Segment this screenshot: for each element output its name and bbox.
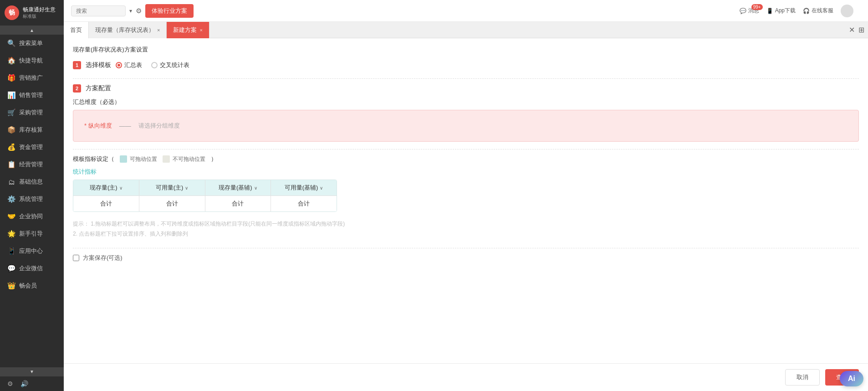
dimension-dash: —— [119, 123, 131, 129]
tab-panel-expand-icon[interactable]: ⊞ [858, 26, 864, 34]
stats-data-cell-0: 合计 [73, 196, 139, 211]
sidebar-item-purchase[interactable]: 🛒 采购管理 [0, 104, 64, 121]
sidebar-item-wechat[interactable]: 💬 企业微信 [0, 260, 64, 277]
tab-new-plan-label: 新建方案 [173, 26, 197, 34]
sidebar-item-label: 应用中心 [19, 247, 43, 255]
tab-new-plan-close[interactable]: × [199, 27, 202, 33]
sidebar-item-new-guide[interactable]: 🌟 新手引导 [0, 225, 64, 242]
draggable-legend-text: 可拖动位置 [130, 155, 157, 163]
sidebar-item-label: 企业协同 [19, 212, 43, 221]
stats-data-cell-2: 合计 [205, 196, 271, 211]
radio-summary-label: 汇总表 [124, 61, 142, 69]
sidebar-item-quick-nav[interactable]: 🏠 快捷导航 [0, 52, 64, 69]
radio-cross-label: 交叉统计表 [160, 61, 189, 69]
online-service-button[interactable]: 🎧 在线客服 [803, 7, 833, 15]
stats-header-label-1: 可用量(主) [156, 184, 184, 192]
app-download-button[interactable]: 📱 App下载 [766, 7, 796, 15]
sidebar-item-label: 经营管理 [19, 160, 43, 169]
ai-float-button[interactable]: Ai [840, 371, 863, 386]
sidebar-item-label: 畅会员 [19, 282, 37, 290]
message-button[interactable]: 💬 消息 99+ [740, 7, 759, 15]
page-title: 现存量(库存状况表)方案设置 [73, 46, 859, 54]
search-input[interactable] [71, 5, 126, 16]
sidebar-item-sales[interactable]: 📊 销售管理 [0, 87, 64, 104]
section1-title: 选择模板 [86, 61, 111, 69]
fixed-legend-text: 不可拖动位置 [173, 155, 205, 163]
dropdown-button[interactable]: ▾ [129, 8, 132, 14]
sidebar: 畅 畅康通好生意 标准版 ▲ 🔍 搜索菜单 🏠 快捷导航 🎁 营销推广 📊 销售… [0, 0, 64, 391]
sidebar-item-inventory[interactable]: 📦 库存核算 [0, 121, 64, 139]
sidebar-item-basic-info[interactable]: 🗂 基础信息 [0, 173, 64, 190]
section2-header: 2 方案配置 [73, 84, 859, 93]
sidebar-scroll-down[interactable]: ▼ [0, 367, 64, 376]
sidebar-nav: 🔍 搜索菜单 🏠 快捷导航 🎁 营销推广 📊 销售管理 🛒 采购管理 📦 库存核… [0, 35, 64, 367]
system-icon: ⚙️ [7, 195, 15, 203]
tab-home-label: 首页 [70, 26, 82, 34]
stats-table: 现存量(主) ∨ 可用量(主) ∨ 现存量(基辅) ∨ 可用量(基辅) [73, 180, 337, 212]
sidebar-item-app-center[interactable]: 📱 应用中心 [0, 242, 64, 260]
stats-header-label-2: 现存量(基辅) [219, 184, 252, 192]
sidebar-item-label: 快捷导航 [19, 57, 43, 65]
footer-bar: 取消 查询 [64, 363, 868, 391]
main-area: ▾ ⚙ 体验行业方案 💬 消息 99+ 📱 App下载 🎧 在线客服 首页 [64, 0, 868, 391]
logo-subtitle: 标准版 [23, 13, 56, 20]
stats-header-cell-2[interactable]: 现存量(基辅) ∨ [205, 180, 271, 196]
sidebar-item-operation[interactable]: 📋 经营管理 [0, 156, 64, 173]
topbar-right: 💬 消息 99+ 📱 App下载 🎧 在线客服 [740, 5, 861, 17]
save-checkbox[interactable] [73, 255, 79, 261]
stats-header-label-0: 现存量(主) [90, 184, 117, 192]
stats-data-label-1: 合计 [166, 200, 178, 208]
divider2 [73, 149, 859, 149]
sidebar-item-label: 采购管理 [19, 108, 43, 117]
quick-nav-icon: 🏠 [7, 57, 15, 65]
sidebar-item-marketing[interactable]: 🎁 营销推广 [0, 69, 64, 87]
stats-data-cell-1: 合计 [139, 196, 205, 211]
sidebar-item-label: 企业微信 [19, 264, 43, 273]
radio-cross[interactable]: 交叉统计表 [151, 61, 189, 69]
topbar-left: ▾ ⚙ 体验行业方案 [71, 4, 194, 18]
chevron-icon-0: ∨ [119, 185, 123, 190]
sidebar-item-system[interactable]: ⚙️ 系统管理 [0, 190, 64, 208]
sidebar-item-enterprise[interactable]: 🤝 企业协同 [0, 208, 64, 225]
settings-icon[interactable]: ⚙ [7, 380, 13, 387]
dimension-placeholder: 请选择分组维度 [138, 122, 180, 130]
sidebar-item-finance[interactable]: 💰 资金管理 [0, 139, 64, 156]
topbar: ▾ ⚙ 体验行业方案 💬 消息 99+ 📱 App下载 🎧 在线客服 [64, 0, 868, 22]
app-label: App下载 [775, 7, 796, 15]
gear-icon[interactable]: ⚙ [136, 7, 142, 15]
legend-draggable: 可拖动位置 [120, 155, 157, 163]
sidebar-item-member[interactable]: 👑 畅会员 [0, 277, 64, 294]
tips-text: 提示： 1.拖动标题栏可以调整布局，不可跨维度或指标区域拖动栏目字段(只能在同一… [73, 219, 859, 239]
section-plan-config: 2 方案配置 汇总维度（必选） * 纵向维度 —— 请选择分组维度 模板指标设定… [73, 84, 859, 239]
stats-header-cell-0[interactable]: 现存量(主) ∨ [73, 180, 139, 196]
cancel-button[interactable]: 取消 [785, 369, 820, 386]
indicators-label-text: 模板指标设定（ [73, 155, 114, 163]
stats-header-cell-3[interactable]: 可用量(基辅) ∨ [271, 180, 337, 196]
section1-header: 1 选择模板 汇总表 交叉统计表 [73, 61, 859, 69]
sidebar-scroll-up[interactable]: ▲ [0, 26, 64, 35]
sidebar-logo: 畅 畅康通好生意 标准版 [0, 0, 64, 26]
dimension-box[interactable]: * 纵向维度 —— 请选择分组维度 [73, 110, 859, 142]
search-menu-icon: 🔍 [7, 39, 15, 47]
radio-summary[interactable]: 汇总表 [116, 61, 142, 69]
tab-new-plan[interactable]: 新建方案 × [167, 22, 209, 38]
chevron-icon-2: ∨ [254, 185, 257, 190]
tab-inventory-close[interactable]: × [157, 27, 160, 33]
sales-icon: 📊 [7, 91, 15, 99]
section-choose-template: 1 选择模板 汇总表 交叉统计表 [73, 61, 859, 69]
sidebar-item-label: 搜索菜单 [19, 39, 43, 47]
volume-icon[interactable]: 🔊 [20, 380, 28, 387]
experience-button[interactable]: 体验行业方案 [145, 4, 194, 18]
sidebar-item-label: 营销推广 [19, 74, 43, 82]
message-badge: 99+ [751, 4, 763, 10]
save-label: 方案保存(可选) [83, 254, 123, 262]
tab-panel-close-icon[interactable]: ✕ [849, 26, 855, 34]
sidebar-item-label: 库存核算 [19, 126, 43, 134]
save-section: 方案保存(可选) [73, 254, 859, 262]
avatar [841, 5, 853, 17]
tips-label: 提示： [73, 221, 89, 227]
tab-home[interactable]: 首页 [64, 22, 89, 38]
stats-header-cell-1[interactable]: 可用量(主) ∨ [139, 180, 205, 196]
sidebar-item-search-menu[interactable]: 🔍 搜索菜单 [0, 35, 64, 52]
tab-inventory-status[interactable]: 现存量（库存状况表） × [89, 22, 167, 38]
